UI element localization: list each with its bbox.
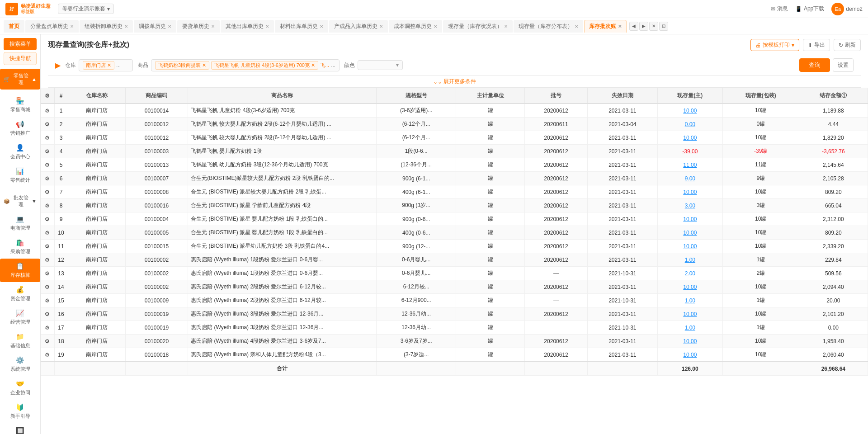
cell-qty-main[interactable]: 10.00 [657, 104, 722, 118]
cell-qty-main[interactable]: 10.00 [657, 307, 722, 321]
quick-nav-btn[interactable]: 快捷导航 [4, 52, 37, 65]
close-icon[interactable]: ✕ [504, 24, 508, 29]
close-icon[interactable]: ✕ [70, 24, 74, 29]
close-icon[interactable]: ✕ [379, 24, 383, 29]
settings-cell[interactable]: ⚙ [41, 145, 54, 158]
settings-cell[interactable]: ⚙ [41, 104, 54, 118]
cell-qty-main[interactable]: 1.00 [657, 321, 722, 335]
template-print-btn[interactable]: 🖨 按模板打印 ▾ [750, 39, 799, 51]
settings-cell[interactable]: ⚙ [41, 199, 54, 212]
cell-qty-main[interactable]: 1.00 [657, 253, 722, 267]
cell-qty-main[interactable]: 10.00 [657, 240, 722, 253]
workspace-selector[interactable]: 母婴行业演示账套 ▾ [58, 4, 114, 14]
settings-cell[interactable]: ⚙ [41, 294, 54, 307]
tab-zu[interactable]: 组装拆卸单历史 ✕ [80, 20, 133, 33]
settings-cell[interactable]: ⚙ [41, 172, 54, 185]
tab-tiao[interactable]: 调拨单历史 ✕ [134, 20, 176, 33]
remove-product-tag-1[interactable]: ✕ [202, 62, 206, 68]
sidebar-item-basics[interactable]: 📁 基础信息 [0, 329, 40, 353]
user-area[interactable]: Ea demo2 [831, 3, 863, 15]
sidebar-item-ecommerce[interactable]: 💻 电商管理 [0, 212, 40, 235]
close-icon[interactable]: ✕ [434, 24, 437, 29]
sidebar-item-retail-store[interactable]: 🏪 零售商城 [0, 93, 40, 117]
cell-qty-main[interactable]: 10.00 [657, 185, 722, 199]
tab-more-btn[interactable]: ⊡ [659, 22, 668, 31]
cell-qty-main[interactable]: 3.00 [657, 199, 722, 212]
query-btn[interactable]: 查询 [799, 58, 830, 72]
sidebar-item-finance[interactable]: 💰 资金管理 [0, 282, 40, 306]
tab-close-btn[interactable]: ✕ [649, 22, 658, 31]
tab-qita[interactable]: 其他出库单历史 ✕ [221, 20, 274, 33]
cell-qty-main[interactable]: 10.00 [657, 226, 722, 240]
sidebar-item-appcenter[interactable]: 🔲 应用中心 [0, 423, 40, 434]
warehouse-input[interactable]: 南岸门店 ✕ ... [79, 59, 133, 71]
settings-cell[interactable]: ⚙ [41, 253, 54, 267]
settings-col-header[interactable]: ⚙ [41, 88, 54, 104]
sidebar-item-system[interactable]: ⚙️ 系统管理 [0, 353, 40, 376]
tab-fen[interactable]: 分量盘点单历史 ✕ [25, 20, 79, 33]
settings-cell[interactable]: ⚙ [41, 226, 54, 240]
expand-toggle-btn[interactable]: ▶ [55, 61, 61, 70]
tab-xian1[interactable]: 现存量（库存状况表） ✕ [443, 20, 513, 33]
color-input[interactable]: ▾ [358, 60, 403, 70]
settings-cell[interactable]: ⚙ [41, 212, 54, 226]
cell-qty-main[interactable]: 11.00 [657, 158, 722, 172]
tab-kupi[interactable]: 库存批次账 ✕ [584, 20, 627, 33]
message-btn[interactable]: ✉ 消息 [771, 5, 788, 13]
expand-more-btn[interactable]: ⌄⌄ 展开更多条件 [433, 78, 476, 85]
refresh-btn[interactable]: ↻ 刷新 [834, 39, 861, 51]
settings-cell[interactable]: ⚙ [41, 335, 54, 348]
expand-icon[interactable]: ▶ [55, 61, 61, 70]
close-icon[interactable]: ✕ [265, 24, 269, 29]
search-menu-btn[interactable]: 搜索菜单 [4, 38, 37, 50]
close-icon[interactable]: ✕ [168, 24, 171, 29]
close-icon[interactable]: ✕ [124, 24, 128, 29]
cell-qty-main[interactable]: 2.00 [657, 267, 722, 280]
sidebar-item-member[interactable]: 👤 会员中心 [0, 140, 40, 164]
settings-cell[interactable]: ⚙ [41, 131, 54, 145]
sidebar-item-inventory[interactable]: 📋 库存核算 [0, 259, 40, 282]
tab-cheng[interactable]: 成本调整单历史 ✕ [389, 20, 442, 33]
sidebar-item-purchase[interactable]: 🛍️ 采购管理 [0, 235, 40, 259]
tab-home[interactable]: 首页 [4, 20, 24, 33]
sidebar-item-marketing[interactable]: 📢 营销推广 [0, 117, 40, 140]
app-download-btn[interactable]: 📱 App下载 [795, 5, 824, 13]
cell-qty-main[interactable]: 10.00 [657, 335, 722, 348]
settings-btn[interactable]: 设置 [833, 58, 854, 72]
settings-cell[interactable]: ⚙ [41, 240, 54, 253]
cell-qty-main[interactable]: -39.00 [657, 145, 722, 158]
settings-cell[interactable]: ⚙ [41, 321, 54, 335]
remove-product-tag-2[interactable]: ✕ [311, 62, 315, 68]
close-icon[interactable]: ✕ [320, 24, 323, 29]
settings-cell[interactable]: ⚙ [41, 348, 54, 362]
settings-cell[interactable]: ⚙ [41, 307, 54, 321]
tab-yao[interactable]: 要货单历史 ✕ [177, 20, 220, 33]
product-input[interactable]: 飞鹤奶粉3段两提装 ✕ 飞鹤星飞帆 儿童奶粉 4段(3-6岁适用) 700克 ✕… [151, 59, 340, 71]
sidebar-item-wholesale[interactable]: 📦 批发管理 ▼ [0, 191, 40, 212]
sidebar-item-retail-stats[interactable]: 📊 零售统计 [0, 164, 40, 187]
sidebar-item-newguide[interactable]: 🔰 新手引导 [0, 400, 40, 423]
tab-prev-btn[interactable]: ◀ [629, 22, 638, 31]
close-icon[interactable]: ✕ [575, 24, 578, 29]
cell-qty-main[interactable]: 10.00 [657, 212, 722, 226]
cell-qty-main[interactable]: 1.00 [657, 294, 722, 307]
cell-qty-main[interactable]: 10.00 [657, 348, 722, 362]
settings-cell[interactable]: ⚙ [41, 118, 54, 131]
settings-cell[interactable]: ⚙ [41, 280, 54, 294]
cell-qty-main[interactable]: 9.00 [657, 172, 722, 185]
cell-qty-main[interactable]: 0.00 [657, 118, 722, 131]
settings-cell[interactable]: ⚙ [41, 267, 54, 280]
tab-chan[interactable]: 产成品入库单历史 ✕ [329, 20, 388, 33]
sidebar-item-retail-mgmt[interactable]: 🛒 零售管理 ▲ [0, 69, 40, 90]
cell-qty-main[interactable]: 10.00 [657, 131, 722, 145]
tab-xian2[interactable]: 现存量（库存分布表） ✕ [514, 20, 583, 33]
settings-cell[interactable]: ⚙ [41, 185, 54, 199]
remove-warehouse-tag[interactable]: ✕ [107, 62, 111, 68]
cell-qty-main[interactable]: 10.00 [657, 280, 722, 294]
close-icon[interactable]: ✕ [618, 24, 622, 29]
sidebar-item-enterprise[interactable]: 🤝 企业协同 [0, 376, 40, 400]
close-icon[interactable]: ✕ [211, 24, 215, 29]
settings-cell[interactable]: ⚙ [41, 158, 54, 172]
tab-cai[interactable]: 材料出库单历史 ✕ [275, 20, 328, 33]
sidebar-item-operations[interactable]: 📈 经营管理 [0, 306, 40, 329]
